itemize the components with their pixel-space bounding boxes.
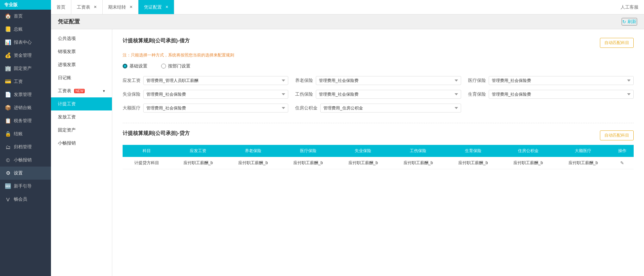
field-shengyu: 生育保险 管理费用_社会保险费 <box>468 90 634 99</box>
close-period-close-icon[interactable]: ✕ <box>129 5 133 9</box>
select-yiliao[interactable]: 管理费用_社会保险费 <box>489 76 634 85</box>
left-nav-journal[interactable]: 日记账 <box>51 71 112 84</box>
sidebar-item-archive[interactable]: 🗂 归档管理 <box>0 140 51 153</box>
sidebar-label-archive: 归档管理 <box>14 144 32 150</box>
label-shiye: 失业保险 <box>123 91 141 97</box>
left-nav-purchase-invoice-label: 进项发票 <box>58 62 76 68</box>
field-shiye: 失业保险 管理费用_社会保险费 <box>123 90 288 99</box>
th-col4: 失业保险 <box>336 145 391 157</box>
td-row0-col6: 应付职工薪酬_b <box>446 157 501 169</box>
radio-basic-input[interactable] <box>123 64 127 68</box>
credit-table-body: 计提贷方科目 应付职工薪酬_b 应付职工薪酬_b 应付职工薪酬_b 应付职工薪酬… <box>123 157 634 169</box>
select-gongshang[interactable]: 管理费用_社会保险费 <box>316 90 461 99</box>
close-salary-table-icon[interactable]: ✕ <box>94 5 97 9</box>
main-area: 首页 工资表 ✕ 期末结转 ✕ 凭证配置 ✕ 人工客服 凭证配置 ↻ 刷新 公共… <box>51 0 644 276</box>
refresh-button[interactable]: ↻ 刷新 <box>622 18 637 25</box>
sidebar-item-settings[interactable]: ⚙ 设置 <box>0 167 51 180</box>
tab-home[interactable]: 首页 <box>51 0 71 14</box>
left-nav-sales-invoice[interactable]: 销项发票 <box>51 45 112 58</box>
select-shiye[interactable]: 管理费用_社会保险费 <box>143 90 288 99</box>
sidebar-item-tax[interactable]: 📋 税务管理 <box>0 114 51 127</box>
td-row0-col3: 应付职工薪酬_b <box>281 157 336 169</box>
chevron-down-icon: ▾ <box>103 89 105 93</box>
guide-icon: 🆕 <box>5 183 11 189</box>
funds-icon: 💰 <box>5 52 11 59</box>
credit-header-row: 计提核算规则(公司承担)-贷方 自动匹配科目 <box>123 130 634 141</box>
label-yanglao: 养老保险 <box>295 77 313 84</box>
credit-auto-match-button[interactable]: 自动匹配科目 <box>600 130 634 140</box>
left-nav-salary-table[interactable]: 工资表 NEW ▾ <box>51 84 112 97</box>
radio-group-debit: 基础设置 按部门设置 <box>123 63 634 69</box>
table-row: 计提贷方科目 应付职工薪酬_b 应付职工薪酬_b 应付职工薪酬_b 应付职工薪酬… <box>123 157 634 169</box>
left-nav-sales-invoice-label: 销项发票 <box>58 49 76 55</box>
left-nav-purchase-invoice[interactable]: 进项发票 <box>51 58 112 71</box>
radio-basic[interactable]: 基础设置 <box>123 63 147 69</box>
select-shengyu[interactable]: 管理费用_社会保险费 <box>489 90 634 99</box>
invoice-icon: 📄 <box>5 92 11 98</box>
debit-form-grid: 应发工资 管理费用_管理人员职工薪酬 养老保险 管理费用_社会保险费 医疗保险 <box>123 76 634 113</box>
debit-auto-match-button[interactable]: 自动匹配科目 <box>600 38 634 48</box>
tab-period-close[interactable]: 期末结转 ✕ <box>103 0 138 14</box>
sidebar-item-home[interactable]: 🏠 首页 <box>0 10 51 23</box>
sidebar-label-vip: 畅会员 <box>14 196 27 202</box>
label-gongshang: 工伤保险 <box>295 91 313 97</box>
sidebar-item-vip[interactable]: V 畅会员 <box>0 193 51 206</box>
left-nav-fixed-assets[interactable]: 固定资产 <box>51 124 112 137</box>
left-nav-fixed-assets-label: 固定资产 <box>58 127 76 133</box>
vip-icon: V <box>5 197 11 202</box>
sidebar-item-reports[interactable]: 📊 报表中心 <box>0 36 51 49</box>
section-divider <box>123 123 634 123</box>
select-dae[interactable]: 管理费用_社会保险费 <box>143 104 288 113</box>
tab-salary-table[interactable]: 工资表 ✕ <box>71 0 103 14</box>
credit-section-title: 计提核算规则(公司承担)-贷方 <box>123 130 190 137</box>
th-col3: 医疗保险 <box>281 145 336 157</box>
td-row0-col2: 应付职工薪酬_b <box>226 157 281 169</box>
left-nav-calc-salary-label: 计提工资 <box>58 101 76 107</box>
sidebar-item-close[interactable]: 🔒 结账 <box>0 127 51 140</box>
left-nav-salary-table-label: 工资表 <box>58 88 71 94</box>
th-col1: 应发工资 <box>170 145 226 157</box>
edit-icon[interactable]: ✎ <box>620 160 624 166</box>
left-nav: 公共选项 销项发票 进项发票 日记账 工资表 NEW ▾ 计提工资 <box>51 29 112 276</box>
label-dae: 大额医疗 <box>123 105 141 111</box>
field-dae: 大额医疗 管理费用_社会保险费 <box>123 104 288 113</box>
radio-by-dept-label: 按部门设置 <box>168 63 190 69</box>
salary-icon: 💳 <box>5 78 11 85</box>
td-row0-col9[interactable]: ✎ <box>611 157 634 169</box>
left-nav-xiaochang-expense[interactable]: 小畅报销 <box>51 137 112 150</box>
select-yingfa[interactable]: 管理费用_管理人员职工薪酬 <box>143 76 288 85</box>
left-nav-pay-salary[interactable]: 发放工资 <box>51 110 112 124</box>
tab-home-label: 首页 <box>56 4 65 10</box>
close-voucher-config-icon[interactable]: ✕ <box>165 5 168 9</box>
user-info-label: 人工客服 <box>621 4 638 10</box>
left-nav-calc-salary[interactable]: 计提工资 <box>51 97 112 110</box>
sidebar-label-tax: 税务管理 <box>14 118 32 124</box>
sidebar-item-stock[interactable]: 📦 进销台账 <box>0 101 51 114</box>
select-gjj[interactable]: 管理费用_住房公积金 <box>320 104 461 113</box>
brand-label: 专业版 <box>0 0 51 10</box>
sidebar-label-invoice: 发票管理 <box>14 92 32 98</box>
sidebar-item-assets[interactable]: 🏢 固定资产 <box>0 62 51 75</box>
label-gjj: 住房公积金 <box>295 105 318 111</box>
settings-icon: ⚙ <box>5 170 11 176</box>
sidebar-item-xiaochang[interactable]: © 小畅报销 <box>0 153 51 167</box>
sidebar-label-reports: 报表中心 <box>14 39 32 45</box>
td-row0-col4: 应付职工薪酬_b <box>336 157 391 169</box>
sidebar-item-funds[interactable]: 💰 资金管理 <box>0 49 51 62</box>
left-nav-public[interactable]: 公共选项 <box>51 32 112 45</box>
sidebar-item-salary[interactable]: 💳 工资 <box>0 75 51 88</box>
tab-voucher-config[interactable]: 凭证配置 ✕ <box>138 0 174 14</box>
sidebar-item-ledger[interactable]: 📒 总账 <box>0 23 51 36</box>
select-yanglao[interactable]: 管理费用_社会保险费 <box>316 76 461 85</box>
sidebar-item-guide[interactable]: 🆕 新手引导 <box>0 180 51 193</box>
th-col8: 大额医疗 <box>556 145 611 157</box>
right-panel: 计提核算规则(公司承担)-借方 自动匹配科目 注：只能选择一种方式，系统将按照您… <box>112 29 644 276</box>
label-shengyu: 生育保险 <box>468 91 486 97</box>
radio-by-dept[interactable]: 按部门设置 <box>161 63 190 69</box>
th-col6: 生育保险 <box>446 145 501 157</box>
radio-by-dept-input[interactable] <box>161 64 166 68</box>
sidebar-item-invoice[interactable]: 📄 发票管理 <box>0 88 51 101</box>
sidebar-label-salary: 工资 <box>14 78 23 85</box>
new-badge: NEW <box>74 89 85 93</box>
debit-header-row: 计提核算规则(公司承担)-借方 自动匹配科目 <box>123 38 634 48</box>
